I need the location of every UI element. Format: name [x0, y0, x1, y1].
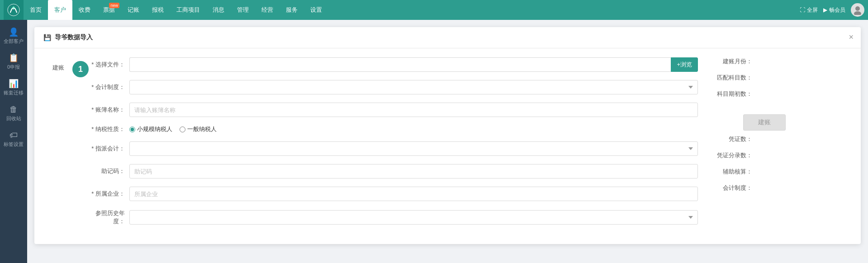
tax-type-radio-group: 小规模纳税人 一般纳税人 [129, 125, 698, 133]
dialog-header: 💾 导爷数据导入 × [34, 27, 861, 48]
nav-item-operation[interactable]: 经营 [255, 0, 280, 20]
nav-item-tax[interactable]: 报税 [146, 0, 170, 20]
file-input[interactable] [129, 57, 671, 72]
tax-general-label: 一般纳税人 [187, 125, 217, 133]
person-icon: 👤 [9, 28, 19, 36]
aux-label: 辅助核算： [716, 168, 757, 176]
company-row: * 所属企业： [89, 187, 698, 201]
accounting-system-select[interactable] [129, 80, 698, 94]
import-icon: 💾 [43, 34, 51, 41]
history-year-label: 参照历史年度： [89, 209, 129, 225]
step-label: 建账 [52, 64, 64, 72]
form-left: 建账 1 [52, 57, 89, 234]
match-label: 匹配科目数： [716, 74, 757, 82]
nav-item-bizproject[interactable]: 工商项目 [170, 0, 206, 20]
memo-input[interactable] [129, 164, 698, 178]
history-year-select[interactable] [129, 210, 698, 225]
voucher-label: 凭证数： [716, 135, 757, 143]
top-nav: 首页 客户 收费 票据 new 记账 报税 工商项目 消息 管理 经营 服务 设… [0, 0, 868, 20]
form-section: * 选择文件： +浏览 * 会计制度： [89, 57, 698, 234]
logo [4, 0, 24, 20]
nav-item-customer[interactable]: 客户 [48, 0, 72, 20]
accounting-system-info-label: 会计制度： [716, 184, 757, 192]
file-label: * 选择文件： [89, 61, 129, 69]
month-label: 建账月份： [716, 57, 757, 66]
svg-point-3 [854, 11, 861, 15]
nav-item-message[interactable]: 消息 [206, 0, 231, 20]
accounting-system-label: * 会计制度： [89, 83, 129, 91]
accountant-row: * 指派会计： [89, 141, 698, 156]
nav-item-service[interactable]: 服务 [280, 0, 304, 20]
accountant-label: * 指派会计： [89, 145, 129, 153]
tax-small-radio[interactable] [129, 127, 135, 132]
sidebar-item-declare[interactable]: 📋 0申报 [0, 49, 27, 75]
sidebar-item-tag-settings[interactable]: 🏷 标签设置 [0, 127, 27, 152]
accounting-system-info-row: 会计制度： [716, 184, 843, 192]
history-year-row: 参照历史年度： [89, 209, 698, 225]
voucher-entries-row: 凭证分录数： [716, 151, 843, 160]
close-button[interactable]: × [849, 33, 854, 42]
layout: 👤 全部客户 📋 0申报 📊 账套迁移 🗑 回收站 🏷 标签设置 💾 导爷数据导… [0, 20, 868, 263]
nav-item-home[interactable]: 首页 [24, 0, 48, 20]
nav-right: ⛶ 全屏 ▶ 畅会员 [800, 3, 864, 17]
svg-point-1 [13, 7, 14, 9]
history-year-select-wrap [129, 210, 698, 225]
browse-button[interactable]: +浏览 [671, 57, 698, 72]
svg-point-2 [855, 6, 860, 11]
fullscreen-button[interactable]: ⛶ 全屏 [800, 6, 818, 14]
info-panel: 建账月份： 匹配科目数： 科目期初数： 建账 [698, 57, 843, 234]
play-icon: ▶ [823, 7, 827, 13]
file-input-group: +浏览 [129, 57, 698, 72]
sidebar: 👤 全部客户 📋 0申报 📊 账套迁移 🗑 回收站 🏷 标签设置 [0, 20, 27, 263]
company-label: * 所属企业： [89, 190, 129, 198]
accounting-system-select-wrap [129, 80, 698, 94]
voucher-row: 凭证数： [716, 135, 843, 143]
nav-item-bookkeeping[interactable]: 记账 [121, 0, 146, 20]
step-badge: 1 [72, 61, 89, 77]
main-content: 💾 导爷数据导入 × 建账 1 * 选择文件： [27, 20, 868, 263]
initial-row: 科目期初数： [716, 90, 843, 98]
file-row: * 选择文件： +浏览 [89, 57, 698, 72]
tax-small-option[interactable]: 小规模纳税人 [129, 125, 172, 133]
tag-icon: 🏷 [9, 131, 18, 139]
dialog: 💾 导爷数据导入 × 建账 1 * 选择文件： [34, 27, 861, 244]
accounting-system-row: * 会计制度： [89, 80, 698, 94]
account-name-input[interactable] [129, 103, 698, 117]
accountant-select-wrap [129, 141, 698, 156]
account-name-row: * 账簿名称： [89, 103, 698, 117]
accountant-select[interactable] [129, 141, 698, 156]
month-row: 建账月份： [716, 57, 843, 66]
match-row: 匹配科目数： [716, 74, 843, 82]
create-account-button[interactable]: 建账 [743, 114, 786, 131]
trash-icon: 🗑 [9, 105, 18, 113]
new-badge: new [109, 3, 119, 8]
svg-point-0 [8, 4, 19, 16]
sidebar-item-all-customers[interactable]: 👤 全部客户 [0, 23, 27, 49]
nav-item-settings[interactable]: 设置 [304, 0, 328, 20]
aux-row: 辅助核算： [716, 168, 843, 176]
declare-icon: 📋 [9, 54, 19, 62]
tax-type-label: * 纳税性质： [89, 125, 129, 133]
fullscreen-icon: ⛶ [800, 7, 805, 13]
voucher-entries-label: 凭证分录数： [716, 151, 757, 160]
dialog-title: 导爷数据导入 [55, 33, 93, 42]
dialog-body: 建账 1 * 选择文件： +浏览 * 会计制度 [34, 48, 861, 243]
tax-small-label: 小规模纳税人 [137, 125, 172, 133]
account-name-label: * 账簿名称： [89, 106, 129, 114]
avatar[interactable] [851, 3, 864, 17]
company-input[interactable] [129, 187, 698, 201]
nav-item-invoice[interactable]: 票据 new [97, 0, 121, 20]
sidebar-item-recycle[interactable]: 🗑 回收站 [0, 101, 27, 127]
nav-item-charge[interactable]: 收费 [72, 0, 97, 20]
migrate-icon: 📊 [9, 80, 19, 88]
memo-row: 助记码： [89, 164, 698, 178]
tax-type-row: * 纳税性质： 小规模纳税人 一般纳税人 [89, 125, 698, 133]
tax-general-radio[interactable] [180, 127, 185, 132]
nav-item-manage[interactable]: 管理 [231, 0, 255, 20]
sidebar-item-migrate[interactable]: 📊 账套迁移 [0, 75, 27, 101]
vip-button[interactable]: ▶ 畅会员 [823, 6, 845, 14]
initial-label: 科目期初数： [716, 90, 757, 98]
memo-label: 助记码： [89, 167, 129, 175]
tax-general-option[interactable]: 一般纳税人 [180, 125, 217, 133]
